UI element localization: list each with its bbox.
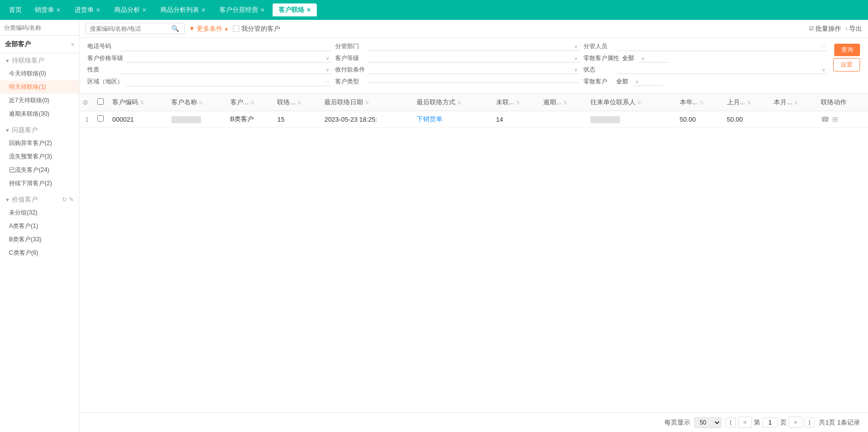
- sort-icon[interactable]: ⇅: [297, 100, 301, 105]
- ellipsis-icon[interactable]: ···: [820, 43, 825, 50]
- ellipsis-icon[interactable]: ···: [324, 78, 329, 85]
- row-this-month: [771, 111, 818, 128]
- phone-icon[interactable]: ☎: [821, 115, 829, 123]
- filter-dept: 分管部门 ∨: [335, 42, 579, 51]
- prev-page-btn[interactable]: ＜: [738, 417, 752, 428]
- row-checkbox[interactable]: [94, 111, 109, 128]
- nav-product-analysis[interactable]: 商品分析 ✕: [108, 3, 152, 16]
- sidebar-item-churn-warning[interactable]: 流失预警客户(3): [0, 150, 79, 163]
- more-conditions-btn[interactable]: ▼ 更多条件 ▲: [189, 24, 229, 33]
- table-header-overdue: 逾期... ⇅: [540, 94, 587, 111]
- search-icon[interactable]: 🔍: [171, 25, 179, 32]
- sidebar-item-declining[interactable]: 持续下滑客户(2): [0, 177, 79, 190]
- close-icon[interactable]: ✕: [201, 7, 206, 13]
- filter-label-sparse-customer: 零散客户: [583, 77, 613, 86]
- last-contact-link[interactable]: 下销货单: [417, 115, 442, 123]
- chevron-left-icon[interactable]: «: [71, 42, 74, 47]
- table-header-checkbox[interactable]: [94, 94, 109, 111]
- sidebar-section-problem: ▼ 问题客户 回购异常客户(2) 流失预警客户(3) 已流失客户(24) 持续下…: [0, 123, 79, 190]
- sort-icon[interactable]: ⇅: [365, 100, 369, 105]
- filter-label-person: 分管人员: [583, 42, 613, 51]
- filter-price-level-select[interactable]: ∨: [126, 55, 331, 63]
- close-icon[interactable]: ✕: [142, 7, 146, 13]
- next-page-btn[interactable]: ＞: [789, 417, 802, 428]
- row-checkbox-input[interactable]: [97, 115, 104, 122]
- nav-home[interactable]: 首页: [4, 3, 27, 16]
- filter-label-sparse-attr: 零散客户属性: [583, 54, 619, 63]
- sidebar-search-input[interactable]: [4, 24, 78, 31]
- nav-sales-order[interactable]: 销货单 ✕: [29, 3, 67, 16]
- grid-icon[interactable]: ⊞: [832, 115, 838, 123]
- sidebar-all-customers[interactable]: 全部客户 «: [0, 36, 79, 53]
- gear-icon[interactable]: ⚙: [82, 99, 88, 106]
- query-button[interactable]: 查询: [834, 44, 860, 56]
- filter-customer-type: 客户类型: [335, 77, 579, 86]
- sort-icon[interactable]: ⇅: [700, 100, 704, 105]
- sidebar-item-overdue-contact[interactable]: 逾期未联络(30): [0, 107, 79, 121]
- sort-icon[interactable]: ⇅: [140, 100, 144, 105]
- row-customer-type: B类客户: [227, 111, 275, 128]
- sort-icon[interactable]: ⇅: [747, 100, 751, 105]
- close-icon[interactable]: ✕: [306, 7, 311, 13]
- filter-label-payment-terms: 收付款条件: [335, 66, 365, 74]
- last-page-btn[interactable]: ⟩: [804, 418, 815, 428]
- table-header-code: 客户编码 ⇅: [109, 94, 168, 111]
- sort-icon[interactable]: ⇅: [457, 100, 461, 105]
- sidebar-item-today-contact[interactable]: 今天待联络(0): [0, 67, 79, 80]
- my-customers-checkbox[interactable]: [233, 25, 239, 32]
- sidebar-item-class-c[interactable]: C类客户(6): [0, 246, 79, 260]
- sidebar-item-churned[interactable]: 已流失客户(24): [0, 163, 79, 177]
- nav-customer-layering[interactable]: 客户分层经营 ✕: [214, 3, 271, 16]
- my-customers-toggle[interactable]: 我分管的客户: [233, 24, 280, 33]
- sort-icon[interactable]: ⇅: [637, 100, 641, 105]
- batch-op-btn[interactable]: ☑ 批量操作: [809, 24, 841, 33]
- filter-payment-terms-select[interactable]: ∨: [368, 66, 579, 74]
- sidebar-item-class-b[interactable]: B类客户(33): [0, 233, 79, 246]
- filter-sparse-customer-select[interactable]: ∨: [633, 78, 663, 86]
- edit-icon[interactable]: ✎: [69, 196, 74, 203]
- sort-icon[interactable]: ⇅: [794, 100, 798, 105]
- close-icon[interactable]: ✕: [260, 7, 265, 13]
- table-header-action: 联络动作: [818, 94, 868, 111]
- refresh-icon[interactable]: ↻: [62, 196, 67, 203]
- filter-person: 分管人员 ···: [583, 42, 827, 51]
- filter-phone-input[interactable]: [120, 42, 331, 51]
- chevron-up-icon: ▲: [224, 26, 229, 31]
- chevron-down-icon: ∨: [574, 44, 578, 49]
- filter-price-level: 客户价格等级 ∨: [87, 54, 331, 63]
- sort-icon[interactable]: ⇅: [516, 100, 520, 105]
- per-page-select[interactable]: 50 100 200: [694, 417, 722, 428]
- select-all-checkbox[interactable]: [97, 98, 104, 105]
- sidebar-item-unclassified[interactable]: 未分组(32): [0, 206, 79, 219]
- sort-icon[interactable]: ⇅: [199, 100, 203, 105]
- row-unit-contact: [587, 111, 677, 128]
- set-button[interactable]: 设置: [833, 58, 860, 72]
- action-icons: ☎ ⊞: [821, 115, 865, 123]
- filter-nature-select[interactable]: ∨: [120, 66, 331, 74]
- page-input[interactable]: [762, 418, 778, 428]
- nav-product-analysis-list[interactable]: 商品分析列表 ✕: [154, 3, 212, 16]
- first-page-btn[interactable]: ⟨: [725, 418, 736, 428]
- filter-dept-select[interactable]: ∨: [368, 43, 579, 51]
- sidebar-item-class-a[interactable]: A类客户(1): [0, 219, 79, 233]
- filter-actions-right: 查询 设置: [827, 42, 860, 89]
- filter-bar: 🔍 ▼ 更多条件 ▲ 我分管的客户 ☑ 批量操作 ↑ 导出: [79, 20, 868, 38]
- sidebar-section-title-problem: ▼ 问题客户: [0, 123, 79, 137]
- sidebar-item-7days-contact[interactable]: 近7天待联络(0): [0, 94, 79, 107]
- export-btn[interactable]: ↑ 导出: [845, 24, 863, 33]
- row-last-contact-method[interactable]: 下销货单: [414, 111, 493, 128]
- table-header-gear[interactable]: ⚙: [79, 94, 94, 111]
- row-name: [168, 111, 227, 128]
- nav-purchase-order[interactable]: 进货单 ✕: [69, 3, 106, 16]
- filter-status-select[interactable]: ∨: [616, 66, 827, 74]
- sort-icon[interactable]: ⇅: [250, 100, 254, 105]
- nav-customer-contact[interactable]: 客户联络 ✕: [273, 3, 317, 16]
- sort-icon[interactable]: ⇅: [563, 100, 567, 105]
- filter-customer-level-select[interactable]: ∨: [368, 55, 579, 63]
- search-input[interactable]: [90, 25, 169, 32]
- filter-sparse-attr-select[interactable]: ∨: [639, 55, 669, 63]
- close-icon[interactable]: ✕: [56, 7, 61, 13]
- sidebar-item-tomorrow-contact[interactable]: 明天待联络(1): [0, 80, 79, 94]
- close-icon[interactable]: ✕: [96, 7, 100, 13]
- sidebar-item-repurchase-abnormal[interactable]: 回购异常客户(2): [0, 137, 79, 150]
